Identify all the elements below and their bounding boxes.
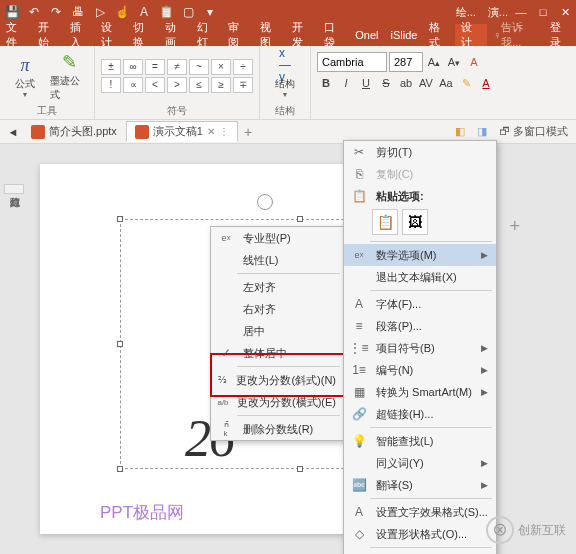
tab-home[interactable]: 开始 [32, 24, 64, 46]
symbol-cell[interactable]: ~ [189, 59, 209, 75]
symbol-cell[interactable]: > [167, 77, 187, 93]
clear-format-icon[interactable]: A [465, 53, 483, 71]
menu-hyperlink[interactable]: 🔗超链接(H)... [344, 403, 496, 425]
symbol-cell[interactable]: = [145, 59, 165, 75]
rotate-handle-icon[interactable] [257, 194, 273, 210]
font-color-icon[interactable]: A [477, 74, 495, 92]
symbol-cell[interactable]: ± [101, 59, 121, 75]
add-placeholder-icon[interactable]: + [509, 216, 520, 237]
menu-fraction-linear[interactable]: a/b更改为分数(横式)(E) [211, 391, 344, 413]
menu-professional[interactable]: ex专业型(P) [211, 227, 344, 249]
multi-window-mode[interactable]: 🗗 多窗口模式 [495, 124, 572, 139]
menu-cut[interactable]: ✂剪切(T) [344, 141, 496, 163]
tab-eq-design[interactable]: 设计 [455, 24, 487, 46]
menu-shape-format[interactable]: ◇设置形状格式(O)... [344, 523, 496, 545]
ink-equation-button[interactable]: ✎ 墨迹公式 [50, 50, 88, 102]
shrink-font-icon[interactable]: A▾ [445, 53, 463, 71]
menu-align-center[interactable]: 居中 [211, 320, 344, 342]
tab-animations[interactable]: 动画 [159, 24, 191, 46]
symbol-cell[interactable]: < [145, 77, 165, 93]
tab-developer[interactable]: 开发 [286, 24, 318, 46]
menu-center-as-group[interactable]: ✓整体居中 [211, 342, 344, 364]
symbol-cell[interactable]: ≠ [167, 59, 187, 75]
window-close[interactable]: ✕ [558, 5, 572, 19]
menu-align-right[interactable]: 右对齐 [211, 298, 344, 320]
tab-slideshow[interactable]: 幻灯 [191, 24, 223, 46]
symbol-cell[interactable]: × [211, 59, 231, 75]
symbol-cell[interactable]: ∓ [233, 77, 253, 93]
qat-redo-icon[interactable]: ↷ [48, 4, 64, 20]
tab-file[interactable]: 文件 [0, 24, 32, 46]
tab-pocket[interactable]: 口袋 [318, 24, 350, 46]
grow-font-icon[interactable]: A▴ [425, 53, 443, 71]
font-name-combo[interactable]: Cambria [317, 52, 387, 72]
menu-box-editor[interactable]: ✎盒子编辑器 [344, 550, 496, 554]
bold-icon[interactable]: B [317, 74, 335, 92]
underline-icon[interactable]: U [357, 74, 375, 92]
resize-handle[interactable] [117, 216, 123, 222]
tell-me[interactable]: ♀ 告诉我... [487, 24, 544, 46]
menu-synonyms[interactable]: 同义词(Y)▶ [344, 452, 496, 474]
structures-button[interactable]: x—y 结构 ▼ [266, 53, 304, 98]
window-maximize[interactable]: □ [536, 5, 550, 19]
qat-save-icon[interactable]: 💾 [4, 4, 20, 20]
symbol-cell[interactable]: ! [101, 77, 121, 93]
symbol-cell[interactable]: ≤ [189, 77, 209, 93]
tab-design[interactable]: 设计 [95, 24, 127, 46]
qat-print-icon[interactable]: 🖶 [70, 4, 86, 20]
qat-touch-icon[interactable]: ☝ [114, 4, 130, 20]
case-icon[interactable]: Aa [437, 74, 455, 92]
menu-paragraph[interactable]: ≡段落(P)... [344, 315, 496, 337]
close-tab-icon[interactable]: ✕ [207, 126, 215, 137]
window-minimize[interactable]: — [514, 5, 528, 19]
menu-smart-lookup[interactable]: 💡智能查找(L) [344, 430, 496, 452]
menu-fraction-skewed[interactable]: ⅔更改为分数(斜式)(N) [211, 369, 344, 391]
menu-bullets[interactable]: ⋮≡项目符号(B)▶ [344, 337, 496, 359]
login-button[interactable]: 登录 [544, 24, 576, 46]
tab-review[interactable]: 审阅 [222, 24, 254, 46]
slide-panel-label[interactable]: 隐藏幻灯片 [4, 184, 24, 194]
menu-math-options[interactable]: ex数学选项(M)▶ [344, 244, 496, 266]
highlight-icon[interactable]: ✎ [457, 74, 475, 92]
doc-tabs-prev-icon[interactable]: ◄ [4, 123, 22, 141]
symbol-cell[interactable]: ≥ [211, 77, 231, 93]
symbol-cell[interactable]: ∝ [123, 77, 143, 93]
menu-align-left[interactable]: 左对齐 [211, 276, 344, 298]
menu-font[interactable]: A字体(F)... [344, 293, 496, 315]
menu-numbering[interactable]: 1≡编号(N)▶ [344, 359, 496, 381]
qat-undo-icon[interactable]: ↶ [26, 4, 42, 20]
shadow-icon[interactable]: ab [397, 74, 415, 92]
resize-handle[interactable] [117, 341, 123, 347]
menu-linear[interactable]: 线性(L) [211, 249, 344, 271]
symbol-cell[interactable]: ÷ [233, 59, 253, 75]
spacing-icon[interactable]: AV [417, 74, 435, 92]
equation-button[interactable]: π 公式 ▼ [6, 53, 44, 98]
tab-insert[interactable]: 插入 [64, 24, 96, 46]
qat-paste-icon[interactable]: 📋 [158, 4, 174, 20]
menu-exit-text-edit[interactable]: 退出文本编辑(X) [344, 266, 496, 288]
tab-transitions[interactable]: 切换 [127, 24, 159, 46]
resize-handle[interactable] [117, 466, 123, 472]
add-tab-button[interactable]: + [238, 124, 258, 140]
resize-handle[interactable] [297, 216, 303, 222]
tab-onekey[interactable]: Onel [349, 24, 384, 46]
document-tab[interactable]: 演示文稿1 ✕ ⋮ [126, 121, 238, 142]
resize-handle[interactable] [297, 466, 303, 472]
menu-translate[interactable]: 🔤翻译(S)▶ [344, 474, 496, 496]
paste-option-keep-formatting[interactable]: 📋 [372, 209, 398, 235]
strike-icon[interactable]: S [377, 74, 395, 92]
qat-blank-icon[interactable]: ▢ [180, 4, 196, 20]
menu-text-effects[interactable]: A设置文字效果格式(S)... [344, 501, 496, 523]
tab-view[interactable]: 视图 [254, 24, 286, 46]
symbol-cell[interactable]: ∞ [123, 59, 143, 75]
tool-icon-2[interactable]: ◨ [473, 123, 491, 141]
qat-more-icon[interactable]: ▾ [202, 4, 218, 20]
tab-islide[interactable]: iSlide [385, 24, 424, 46]
qat-text-icon[interactable]: A [136, 4, 152, 20]
paste-option-picture[interactable]: 🖼 [402, 209, 428, 235]
tab-format[interactable]: 格式 [423, 24, 455, 46]
menu-copy[interactable]: ⎘复制(C) [344, 163, 496, 185]
document-tab[interactable]: 简介头图.pptx [22, 121, 126, 142]
italic-icon[interactable]: I [337, 74, 355, 92]
tab-menu-icon[interactable]: ⋮ [219, 126, 229, 137]
